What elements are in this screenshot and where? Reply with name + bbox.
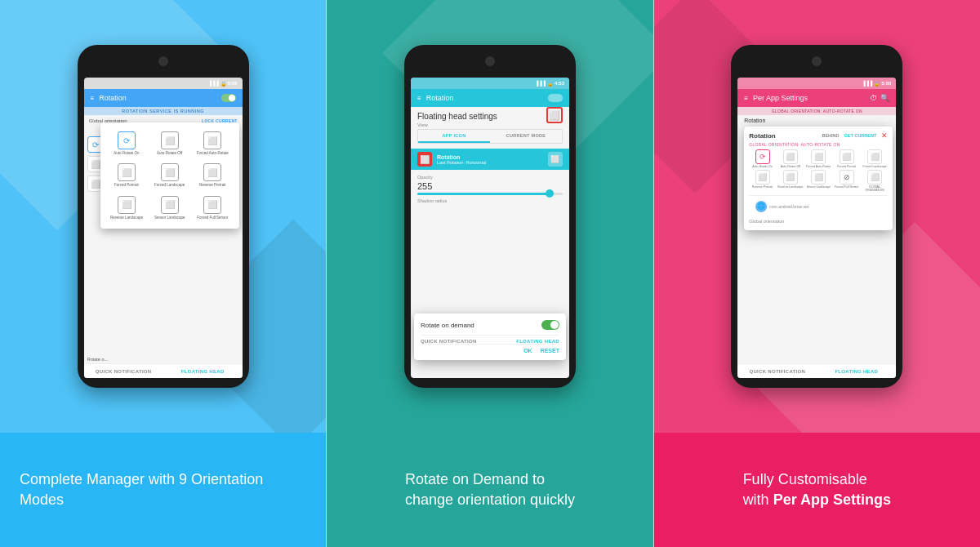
- notif-text: Rotation Last Rotation: Horizontal: [437, 154, 486, 165]
- history-icon-3[interactable]: ⏱: [870, 94, 877, 102]
- quick-notification-btn-3[interactable]: QUICK NOTIFICATION: [737, 367, 817, 376]
- status-bar-2: ▐▐▐ 🔒 4:53: [411, 78, 569, 89]
- floating-head-btn-3[interactable]: FLOATING HEAD: [817, 367, 896, 376]
- p3-forced-portrait-icon: ⬜: [840, 149, 854, 164]
- panel-pink: ▐▐▐ 🔒 5:00 ≡ Per App Settings ⏱ 🔍 GLOBAL…: [654, 0, 980, 433]
- lock-icon-3: 🔒: [874, 81, 880, 87]
- p3-icon-reverse-portrait[interactable]: ⬜ Reverse Portrait: [749, 170, 775, 192]
- bottom-bar-1: QUICK NOTIFICATION FLOATING HEAD: [84, 363, 243, 378]
- p3-forced-landscape-label: Forced Landscape: [863, 165, 887, 168]
- opacity-slider[interactable]: [417, 193, 563, 195]
- icon-item-auto-on[interactable]: ⟳ Auto-Rotate On: [107, 129, 147, 158]
- reset-btn[interactable]: RESET: [541, 348, 559, 354]
- reverse-portrait-icon: ⬜: [203, 163, 221, 181]
- p3-icon-sensor-landscape[interactable]: ⬜ Sensor Landscape: [805, 170, 831, 192]
- app-list-header-3: Rotation: [737, 115, 896, 126]
- p3-global-orient-icon: ⬜: [867, 170, 882, 185]
- caption-pink: Fully Customisablewith Per App Settings: [654, 433, 980, 547]
- icon-item-reverse-portrait[interactable]: ⬜ Reverse Portrait: [193, 161, 233, 189]
- close-btn-3[interactable]: ✕: [881, 131, 888, 140]
- browser-name: com.android.brow ser: [769, 204, 808, 209]
- phone-screen-1: ▐▐▐ 🔒 5:56 ≡ Rotation ROTATION SERVICE I…: [84, 78, 243, 378]
- menu-icon-3[interactable]: ≡: [744, 95, 748, 102]
- p3-forced-portrait-label: Forced Portrait: [837, 165, 856, 168]
- caption-text-2: Rotate on Demand tochange orientation qu…: [405, 469, 575, 510]
- p3-icon-forced-portrait[interactable]: ⬜ Forced Portrait: [834, 149, 860, 168]
- rotate-label-1: Rotate o...: [87, 357, 108, 362]
- browser-icon: 🌐: [755, 201, 767, 212]
- p3-icon-reverse-landscape[interactable]: ⬜ Reverse Landscape: [777, 170, 804, 192]
- p3-icon-global-orientation[interactable]: ⬜ GLOBAL ORIENTATION: [862, 170, 888, 192]
- popup-action-btns: OK RESET: [421, 344, 559, 354]
- popup-bottom-2: QUICK NOTIFICATION FLOATING HEAD: [421, 335, 559, 344]
- get-current-btn[interactable]: GET CURRENT: [844, 133, 877, 138]
- behind-btn[interactable]: BEHIND: [822, 133, 839, 138]
- auto-off-icon: ⬜: [161, 131, 179, 149]
- sensor-landscape-label: Sensor Landscape: [154, 216, 185, 220]
- search-icon-3[interactable]: 🔍: [880, 94, 889, 102]
- icon-item-forced-portrait[interactable]: ⬜ Forced Portrait: [107, 161, 147, 189]
- p3-icon-forced-auto[interactable]: ⬜ Forced Auto-Rotate: [805, 149, 831, 168]
- notif-action[interactable]: ⬜: [548, 152, 563, 167]
- orientation-popup-1: ⟳ Auto-Rotate On ⬜ Auto-Rotate Off ⬜ For…: [100, 122, 239, 229]
- p3-icon-auto-off[interactable]: ⬜ Auto-Rotate Off: [777, 149, 804, 168]
- icon-item-auto-off[interactable]: ⬜ Auto-Rotate Off: [149, 129, 189, 158]
- phone-3: ▐▐▐ 🔒 5:00 ≡ Per App Settings ⏱ 🔍 GLOBAL…: [731, 45, 902, 388]
- mode-buttons: APP ICON CURRENT MODE: [417, 129, 563, 144]
- mode-btn-app-icon[interactable]: APP ICON: [418, 130, 490, 143]
- forced-landscape-label: Forced Landscape: [154, 183, 185, 187]
- p3-forced-auto-icon: ⬜: [811, 149, 826, 164]
- ok-btn[interactable]: OK: [523, 348, 532, 354]
- status-bar-1: ▐▐▐ 🔒 5:56: [84, 78, 243, 89]
- shadow-label: Shadow radius: [417, 198, 563, 203]
- app-title-2: Rotation: [426, 94, 548, 102]
- opacity-thumb[interactable]: [546, 189, 554, 198]
- time-3: 5:00: [881, 81, 891, 86]
- mode-btn-current-mode[interactable]: CURRENT MODE: [490, 130, 562, 143]
- icon-item-reverse-landscape[interactable]: ⬜ Reverse Landscape: [107, 193, 147, 222]
- reverse-landscape-icon: ⬜: [118, 196, 136, 214]
- auto-on-icon: ⟳: [118, 131, 136, 149]
- notif-icon: ⬜: [417, 152, 432, 167]
- caption-span-2: Rotate on Demand tochange orientation qu…: [405, 471, 575, 508]
- icon-item-forced-auto[interactable]: ⬜ Forced Auto-Rotate: [193, 129, 233, 158]
- icon-item-forced-landscape[interactable]: ⬜ Forced Landscape: [149, 161, 189, 189]
- p3-sensor-landscape-icon: ⬜: [811, 170, 826, 185]
- p3-icon-forced-landscape[interactable]: ⬜ Forced Landscape: [862, 149, 888, 168]
- caption-span-3: Fully Customisablewith Per App Settings: [743, 471, 891, 508]
- floating-head-btn-1[interactable]: FLOATING HEAD: [163, 367, 243, 376]
- floating-icon[interactable]: ⬜: [546, 107, 563, 123]
- fh-title: Floating head settings: [411, 107, 569, 122]
- p3-icon-forced-full-sensor[interactable]: ⊘ Forced Full Sensor: [834, 170, 860, 192]
- menu-icon-2[interactable]: ≡: [417, 95, 421, 102]
- rotate-demand-row: Rotate on demand: [421, 320, 559, 330]
- p3-forced-landscape-icon: ⬜: [867, 149, 882, 164]
- app-title-3: Per App Settings: [753, 94, 870, 102]
- rotate-demand-popup: Rotate on demand QUICK NOTIFICATION FLOA…: [414, 314, 566, 360]
- quick-notification-btn-1[interactable]: QUICK NOTIFICATION: [84, 367, 163, 376]
- rotate-demand-toggle[interactable]: [541, 320, 559, 330]
- menu-icon-1[interactable]: ≡: [91, 95, 95, 102]
- icon-grid-3: ⟳ Auto-Rotate On ⬜ Auto-Rotate Off ⬜ For…: [749, 149, 888, 193]
- opacity-fill: [417, 193, 548, 195]
- p3-forced-auto-label: Forced Auto-Rotate: [806, 165, 831, 168]
- p3-icon-auto-on[interactable]: ⟳ Auto-Rotate On: [749, 149, 775, 168]
- p3-reverse-landscape-icon: ⬜: [783, 170, 798, 185]
- panel-teal: ▐▐▐ 🔒 4:53 ≡ Rotation Floating head sett…: [327, 0, 653, 433]
- popup3-global-orient-label: Global orientation: [749, 217, 888, 225]
- app-header-2: ≡ Rotation: [411, 89, 569, 107]
- main-toggle-2[interactable]: [548, 94, 563, 102]
- floating-head-btn-2[interactable]: FLOATING HEAD: [516, 339, 559, 344]
- p3-reverse-portrait-icon: ⬜: [755, 170, 770, 185]
- quick-notif-btn-2[interactable]: QUICK NOTIFICATION: [421, 339, 477, 344]
- p3-auto-off-icon: ⬜: [783, 149, 798, 164]
- caption-span-1: Complete Manager with 9 Orientation Mode…: [20, 471, 263, 508]
- icon-item-forced-full-sensor[interactable]: ⬜ Forced Full Sensor: [193, 193, 233, 222]
- signal-icon-2: ▐▐▐: [535, 81, 546, 86]
- notif-title: Rotation: [437, 154, 486, 160]
- icon-item-sensor-landscape[interactable]: ⬜ Sensor Landscape: [149, 193, 189, 222]
- time-2: 4:53: [555, 81, 564, 86]
- lock-icon-2: 🔒: [547, 81, 553, 87]
- phone-1: ▐▐▐ 🔒 5:56 ≡ Rotation ROTATION SERVICE I…: [78, 45, 249, 388]
- main-toggle-1[interactable]: [221, 94, 236, 102]
